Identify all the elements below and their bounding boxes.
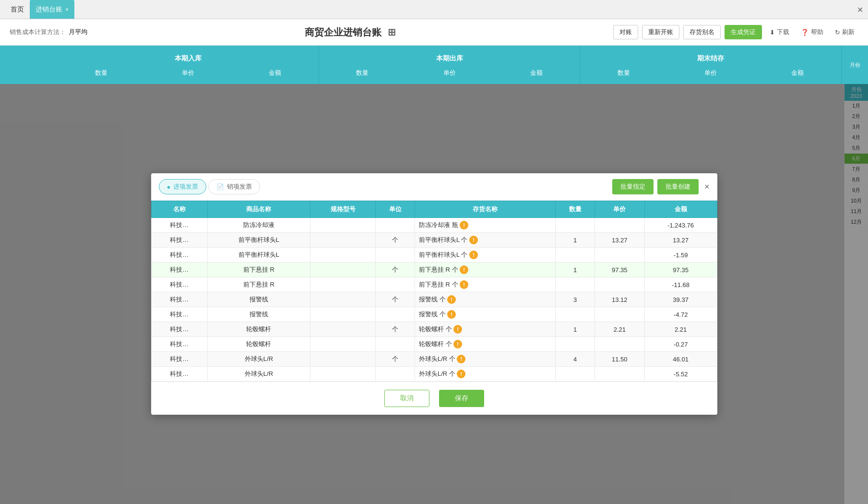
- ending-section: 期末结存 数量 单价 金额: [580, 46, 842, 84]
- table-row[interactable]: 科技… 前平衡杆球头L 个 前平衡杆球头L 个 ! 1 13.27 13.27: [151, 233, 717, 248]
- reopen-button[interactable]: 重新开账: [642, 25, 679, 39]
- cell-product: 外球头L/R: [207, 367, 310, 382]
- table-row[interactable]: 科技… 防冻冷却液 防冻冷却液 瓶 ! -1,243.76: [151, 218, 717, 233]
- inbound-qty-label: 数量: [58, 67, 144, 79]
- warning-icon: !: [460, 221, 468, 229]
- modal-header-buttons: 批量指定 批量创建: [612, 179, 699, 194]
- modal-dialog: ● 进项发票 📄 销项发票 批量指定 批量创建 ×: [151, 173, 717, 415]
- outbound-price-label: 单价: [406, 67, 493, 79]
- cell-stock: 前平衡杆球头L 个 !: [415, 233, 555, 248]
- outbound-section: 本期出库 数量 单价 金额: [319, 46, 581, 84]
- refresh-button[interactable]: ↻ 刷新: [831, 25, 858, 39]
- warning-icon: !: [447, 310, 456, 319]
- outbound-qty-label: 数量: [319, 67, 406, 79]
- table-row[interactable]: 科技… 前平衡杆球头L 前平衡杆球头L 个 ! -1.59: [151, 248, 717, 263]
- inbound-section: 本期入库 数量 单价 金额: [58, 46, 319, 84]
- tab-ledger[interactable]: 进销台账 ×: [30, 0, 74, 19]
- warning-icon: !: [453, 325, 462, 334]
- cell-unit-price: [595, 277, 644, 292]
- cell-unit-price: 13.27: [595, 233, 644, 248]
- cell-unit: [376, 367, 415, 382]
- cell-stock: 报警线 个 !: [415, 307, 555, 322]
- cell-spec: [310, 248, 376, 263]
- cell-product: 前下悬挂 R: [207, 263, 310, 277]
- modal-header: ● 进项发票 📄 销项发票 批量指定 批量创建 ×: [151, 173, 717, 201]
- cell-unit: [376, 277, 415, 292]
- cost-method-prefix: 销售成本计算方法：: [10, 28, 66, 36]
- cell-unit: [376, 307, 415, 322]
- tab-home-label: 首页: [11, 5, 24, 14]
- table-row[interactable]: 科技… 轮毂螺杆 轮毂螺杆 个 ! -0.27: [151, 337, 717, 352]
- outbound-sub: 数量 单价 金额: [319, 67, 580, 79]
- gen-voucher-button[interactable]: 生成凭证: [725, 25, 762, 39]
- cell-amount: -1.59: [644, 248, 717, 263]
- cell-stock: 外球头L/R 个 !: [415, 367, 555, 382]
- batch-create-button[interactable]: 批量创建: [657, 179, 699, 194]
- cell-stock: 前下悬挂 R 个 !: [415, 263, 555, 277]
- tab-ledger-close[interactable]: ×: [65, 6, 69, 13]
- outbound-amount-label: 金额: [493, 67, 580, 79]
- cell-product: 前平衡杆球头L: [207, 248, 310, 263]
- cancel-button[interactable]: 取消: [384, 390, 429, 407]
- cell-unit: [376, 248, 415, 263]
- cell-product: 防冻冷却液: [207, 218, 310, 233]
- cell-product: 前下悬挂 R: [207, 277, 310, 292]
- cell-amount: -11.68: [644, 277, 717, 292]
- modal-overlay: ● 进项发票 📄 销项发票 批量指定 批量创建 ×: [0, 84, 868, 504]
- table-row[interactable]: 科技… 外球头L/R 外球头L/R 个 ! -5.52: [151, 367, 717, 382]
- table-row[interactable]: 科技… 前下悬挂 R 个 前下悬挂 R 个 ! 1 97.35 97.35: [151, 263, 717, 277]
- rename-stock-button[interactable]: 存货别名: [683, 25, 721, 39]
- warning-icon: !: [457, 355, 465, 363]
- cell-qty: [556, 337, 595, 352]
- warning-icon: !: [460, 280, 468, 289]
- batch-assign-button[interactable]: 批量指定: [612, 179, 654, 194]
- warning-icon: !: [453, 340, 462, 348]
- reconcile-button[interactable]: 对账: [613, 25, 638, 39]
- refresh-icon: ↻: [835, 29, 840, 36]
- table-row[interactable]: 科技… 前下悬挂 R 前下悬挂 R 个 ! -11.68: [151, 277, 717, 292]
- warning-icon: !: [457, 370, 465, 378]
- tab-outbound-invoice[interactable]: 📄 销项发票: [208, 179, 260, 194]
- save-button[interactable]: 保存: [439, 390, 484, 407]
- help-button[interactable]: ❓ 帮助: [797, 25, 827, 39]
- cell-unit-price: [595, 337, 644, 352]
- table-row[interactable]: 科技… 外球头L/R 个 外球头L/R 个 ! 4 11.50 46.01: [151, 352, 717, 367]
- cell-amount: -0.27: [644, 337, 717, 352]
- cell-unit: [376, 337, 415, 352]
- main-content: 月份 2023 1月 2月 3月 4月 5月 6月 7月 8月 9月 10月 1…: [0, 84, 868, 504]
- cell-name: 科技…: [151, 248, 207, 263]
- cell-name: 科技…: [151, 263, 207, 277]
- help-icon: ❓: [801, 29, 809, 36]
- col-price: 单价: [595, 201, 644, 218]
- window-close-button[interactable]: ✕: [857, 5, 863, 14]
- cell-spec: [310, 367, 376, 382]
- cell-stock: 轮毂螺杆 个 !: [415, 322, 555, 337]
- col-amount: 金额: [644, 201, 717, 218]
- table-row[interactable]: 科技… 报警线 个 报警线 个 ! 3 13.12 39.37: [151, 292, 717, 307]
- cell-qty: [556, 367, 595, 382]
- month-sidebar-header-year: 月份: [850, 61, 860, 69]
- cell-unit-price: [595, 307, 644, 322]
- cell-amount: -5.52: [644, 367, 717, 382]
- table-row[interactable]: 科技… 报警线 报警线 个 ! -4.72: [151, 307, 717, 322]
- cell-unit: 个: [376, 292, 415, 307]
- tab-home[interactable]: 首页: [5, 0, 30, 19]
- modal-close-button[interactable]: ×: [704, 182, 710, 192]
- cell-name: 科技…: [151, 292, 207, 307]
- cell-product: 轮毂螺杆: [207, 337, 310, 352]
- tab-inbound-invoice[interactable]: ● 进项发票: [159, 179, 207, 194]
- tab-ledger-label: 进销台账: [36, 5, 62, 14]
- table-header-area: 本期入库 数量 单价 金额 本期出库 数量 单价 金额 期末结存 数量 单价 金…: [0, 46, 868, 84]
- inbound-sub: 数量 单价 金额: [58, 67, 319, 79]
- table-row[interactable]: 科技… 轮毂螺杆 个 轮毂螺杆 个 ! 1 2.21 2.21: [151, 322, 717, 337]
- cell-spec: [310, 307, 376, 322]
- cell-unit: [376, 218, 415, 233]
- cell-amount: 97.35: [644, 263, 717, 277]
- main-toolbar: 销售成本计算方法： 月平均 商贸企业进销台账 ⊞ 对账 重新开账 存货别名 生成…: [0, 19, 868, 46]
- cell-unit-price: [595, 218, 644, 233]
- ending-qty-label: 数量: [580, 67, 667, 79]
- download-button[interactable]: ⬇ 下载: [766, 25, 793, 39]
- cell-amount: 46.01: [644, 352, 717, 367]
- modal-table-wrap[interactable]: 名称 商品名称 规格型号 单位 存货名称 数量 单价 金额 科技… 防冻冷却液: [151, 201, 717, 382]
- cell-unit-price: 2.21: [595, 322, 644, 337]
